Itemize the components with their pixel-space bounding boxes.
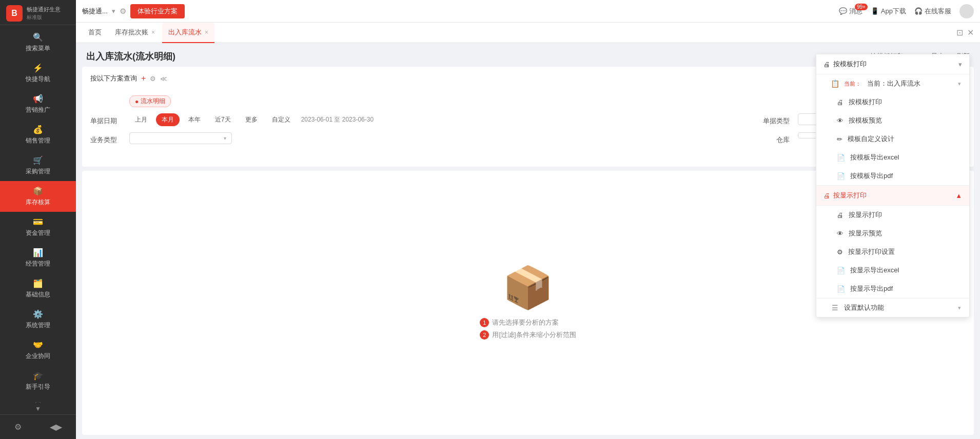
current-label: 当前： [844,80,861,88]
online-service-btn[interactable]: 🎧 在线客服 [914,7,951,16]
template-preview-item[interactable]: 👁 按模板预览 [816,111,969,130]
print-dropdown-panel: 🖨 按模板打印 ▾ 📋 当前： 当前：出入库流水 ▾ 🖨 按模板打印 👁 按模板… [816,54,970,317]
printer-section-icon: 🖨 [824,61,830,68]
app-name: 畅捷通好生意 [27,6,61,13]
display-preview-item[interactable]: 👁 按显示预览 [816,224,969,243]
filter-collapse-btn[interactable]: ≪ [160,75,167,83]
settings-gear-icon[interactable]: ⚙ [120,7,126,16]
step-2-text: 用[过滤]条件来缩小分析范围 [492,330,576,340]
base-info-icon: 🗂️ [33,278,43,288]
step-2-num: 2 [480,330,489,340]
sidebar-item-sales[interactable]: 💰 销售管理 [0,119,76,150]
template-print-item[interactable]: 🖨 按模板打印 [816,93,969,111]
sidebar-item-label: 系统管理 [26,321,50,330]
phone-icon: 📱 [871,7,879,15]
sidebar-item-app-center[interactable]: 📱 应用中心 [0,396,76,403]
display-print-item[interactable]: 🖨 按显示打印 [816,206,969,224]
filter-settings-btn[interactable]: ⚙ [150,75,156,83]
tab-home[interactable]: 首页 [82,23,108,43]
close-window-icon[interactable]: ✕ [967,28,974,37]
app-download-btn[interactable]: 📱 App下载 [871,7,906,16]
marketing-icon: 📢 [33,94,43,104]
step-1-num: 1 [480,318,489,327]
default-settings-chevron: ▾ [958,305,961,311]
header-right: 💬 消息 99+ 📱 App下载 🎧 在线客服 [839,4,974,18]
sidebar-item-label: 采购管理 [26,167,50,176]
settings-footer-icon[interactable]: ⚙ [12,420,24,434]
biz-type-label: 业务类型 [90,132,121,145]
sidebar-item-newbie[interactable]: 🎓 新手引导 [0,366,76,396]
collapse-sidebar-icon[interactable]: ◀▶ [48,420,64,434]
sidebar-footer: ⚙ ◀▶ [0,414,76,439]
app-version: 标准版 [27,14,61,21]
minimize-icon[interactable]: ⊡ [956,28,963,37]
tab-stock-batch[interactable]: 库存批次账 × [109,23,161,43]
display-export-excel-item[interactable]: 📄 按显示导出excel [816,261,969,280]
date-opt-more[interactable]: 更多 [240,113,263,126]
sidebar-item-search[interactable]: 🔍 搜索菜单 [0,27,76,58]
sidebar-nav: 🔍 搜索菜单 ⚡ 快捷导航 📢 营销推广 💰 销售管理 🛒 采购管理 📦 [0,25,76,403]
warehouse-label: 仓库 [776,132,790,145]
display-print-settings-item[interactable]: ⚙ 按显示打印设置 [816,243,969,261]
newbie-icon: 🎓 [33,371,43,381]
sidebar-scroll-down[interactable]: ▼ [0,403,76,414]
sidebar-item-operations[interactable]: 📊 经营管理 [0,243,76,273]
date-opt-custom[interactable]: 自定义 [266,113,296,126]
doc-type-label: 单据类型 [763,113,790,126]
search-nav-icon: 🔍 [33,32,43,42]
display-print-label: 按显示打印 [849,210,882,220]
display-section-label: 按显示打印 [833,191,867,200]
date-opt-last-month[interactable]: 上月 [129,113,153,126]
date-opt-this-year[interactable]: 本年 [183,113,206,126]
template-customize-item[interactable]: ✏ 模板自定义设计 [816,130,969,148]
user-name: 畅捷通... [82,7,108,16]
app-logo: B 畅捷通好生意 标准版 [0,0,76,25]
date-opt-last-7[interactable]: 近7天 [209,113,237,126]
template-export-excel-icon: 📄 [837,154,845,162]
empty-state: 📦 1 请先选择要分析的方案 2 用[过滤]条件来缩小分析范围 [480,264,576,343]
sidebar-item-system[interactable]: ⚙️ 系统管理 [0,304,76,335]
display-section-chevron[interactable]: ▲ [955,192,962,199]
sidebar-item-label: 营销推广 [26,106,50,114]
app-center-icon: 📱 [33,402,43,403]
display-print-settings-icon: ⚙ [837,248,843,256]
user-dropdown-icon[interactable]: ▾ [112,7,115,15]
messages-btn[interactable]: 💬 消息 99+ [839,7,863,16]
sidebar-item-marketing[interactable]: 📢 营销推广 [0,89,76,119]
sidebar-item-label: 经营管理 [26,260,50,268]
display-export-pdf-item[interactable]: 📄 按显示导出pdf [816,280,969,298]
current-template-item[interactable]: 📋 当前： 当前：出入库流水 ▾ [816,74,969,93]
trial-button[interactable]: 体验行业方案 [130,4,185,18]
date-filter-label: 单据日期 [90,113,121,126]
sidebar-item-label: 基础信息 [26,290,50,299]
sidebar-item-finance[interactable]: 💳 资金管理 [0,212,76,243]
business-type-select[interactable]: ▾ [129,132,232,144]
template-export-pdf-item[interactable]: 📄 按模板导出pdf [816,167,969,185]
sidebar-item-label: 库存核算 [26,198,50,207]
template-preview-icon: 👁 [837,117,844,125]
default-settings-label: 设置默认功能 [844,303,884,312]
template-customize-label: 模板自定义设计 [848,134,894,144]
sidebar: B 畅捷通好生意 标准版 🔍 搜索菜单 ⚡ 快捷导航 📢 营销推广 💰 销售管理 [0,0,76,439]
sidebar-item-inventory[interactable]: 📦 库存核算 [0,181,76,212]
empty-steps-list: 1 请先选择要分析的方案 2 用[过滤]条件来缩小分析范围 [480,318,576,343]
template-customize-icon: ✏ [837,135,842,143]
template-section-chevron[interactable]: ▾ [958,61,962,68]
sidebar-item-quick-nav[interactable]: ⚡ 快捷导航 [0,58,76,89]
tab-stock-batch-close[interactable]: × [151,29,155,36]
sidebar-item-purchase[interactable]: 🛒 采购管理 [0,150,76,181]
template-export-excel-item[interactable]: 📄 按模板导出excel [816,148,969,167]
default-settings-item[interactable]: ☰ 设置默认功能 ▾ [816,298,969,317]
filter-add-btn[interactable]: + [141,74,146,83]
date-opt-this-month[interactable]: 本月 [156,113,180,126]
sidebar-item-cooperation[interactable]: 🤝 企业协同 [0,335,76,366]
avatar[interactable] [959,4,974,18]
message-badge: 99+ [855,4,868,10]
flow-type-label [90,95,121,98]
tab-stock-flow-close[interactable]: × [205,29,208,36]
sidebar-item-base-info[interactable]: 🗂️ 基础信息 [0,273,76,304]
display-preview-icon: 👁 [837,230,844,237]
tab-stock-flow[interactable]: 出入库流水 × [162,23,214,43]
headset-icon: 🎧 [914,7,923,15]
operations-icon: 📊 [33,248,43,257]
